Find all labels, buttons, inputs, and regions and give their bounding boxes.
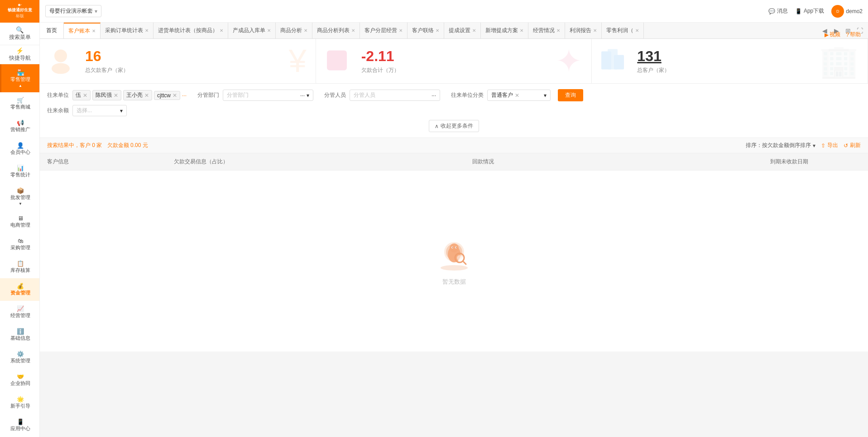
- export-button[interactable]: ⇧ 导出: [821, 142, 838, 149]
- tab-customer-account-close[interactable]: ✕: [92, 29, 96, 33]
- logo-icon: ¥ 畅: [12, 4, 28, 6]
- query-button[interactable]: 查询: [558, 89, 583, 101]
- app-download-button[interactable]: 📱 App下载: [795, 7, 824, 15]
- message-icon: 💬: [768, 8, 775, 14]
- collapse-button[interactable]: ∧ 收起更多条件: [429, 120, 479, 132]
- empty-text: 暂无数据: [442, 278, 466, 286]
- data-table: 客户信息 欠款交易信息（占比） 回款情况 到期未收款日期: [40, 153, 868, 352]
- tab-operations-status[interactable]: 经营情况 ✕: [528, 23, 565, 39]
- sidebar-item-newbie[interactable]: 🌟 新手引导: [0, 391, 39, 414]
- sidebar-item-enterprise[interactable]: 🤝 企业协同: [0, 369, 39, 391]
- tab-product-analysis[interactable]: 商品分析 ✕: [276, 23, 312, 39]
- filter-person-select[interactable]: 分管人员 ···: [350, 90, 440, 101]
- tab-product-analysis-close[interactable]: ✕: [304, 28, 307, 33]
- svg-point-14: [450, 243, 459, 252]
- tab-purchase-order-close[interactable]: ✕: [145, 28, 149, 33]
- col-customer-info: 客户信息: [47, 158, 174, 166]
- tab-profit-report[interactable]: 利润报告 ✕: [565, 23, 602, 39]
- tab-customer-contact[interactable]: 客户联络 ✕: [408, 23, 444, 39]
- filter-person-dots: ···: [432, 92, 436, 99]
- sidebar-item-search[interactable]: 🔍 搜索菜单: [0, 23, 39, 45]
- sidebar-item-appcenter[interactable]: 📱 应用中心: [0, 414, 39, 437]
- tab-add-promotion-close[interactable]: ✕: [520, 28, 523, 33]
- sidebar-item-quick[interactable]: ⚡ 快捷导航: [0, 45, 39, 64]
- results-info: 搜索结果中，客户 0 家 欠款金额 0.00 元: [47, 142, 148, 149]
- tab-retail-profit-close[interactable]: ✕: [635, 28, 639, 33]
- empty-icon: [436, 236, 472, 272]
- sidebar-item-basic[interactable]: ℹ️ 基础信息: [0, 323, 39, 346]
- tab-operations-status-close[interactable]: ✕: [556, 28, 560, 33]
- tab-inbound-stat[interactable]: 进货单统计表（按商品） ✕: [153, 23, 228, 39]
- sidebar-logo: ¥ 畅 畅捷通好生意 标版: [0, 0, 39, 23]
- stat-total-customers-label: 总客户（家）: [637, 66, 670, 74]
- filter-amount-chevron: ▾: [120, 108, 123, 114]
- results-actions: 排序：按欠款金额倒序排序 ▾ ⇧ 导出 ↺ 刷新: [746, 142, 861, 149]
- filter-tag-chen-close[interactable]: ✕: [114, 92, 118, 99]
- sidebar-item-wholesale[interactable]: 📦 批发管理 ▼: [0, 183, 39, 210]
- sidebar-item-retail[interactable]: 🏪 零售管理 ▲: [0, 64, 39, 92]
- sidebar-item-finance[interactable]: 💰 资金管理: [0, 278, 39, 301]
- filter-dept-placeholder: 分管部门: [227, 91, 249, 99]
- filter-category-label: 往来单位分类: [451, 91, 484, 99]
- sidebar-item-purchase[interactable]: 🛍 采购管理: [0, 233, 39, 256]
- tab-promotion-settings[interactable]: 提成设置 ✕: [444, 23, 481, 39]
- filter-category-chevron: ▾: [544, 92, 547, 99]
- sidebar-item-system[interactable]: ⚙️ 系统管理: [0, 346, 39, 369]
- filter-tag-wang: 王小亮 ✕: [123, 90, 152, 100]
- industry-selector[interactable]: 母婴行业演示帐套 ▾: [45, 5, 101, 17]
- tab-customer-contact-close[interactable]: ✕: [436, 28, 439, 33]
- sidebar-item-marketing[interactable]: 📢 营销推广: [0, 115, 39, 138]
- filter-tag-wang-close[interactable]: ✕: [144, 92, 149, 99]
- sidebar: ¥ 畅 畅捷通好生意 标版 🔍 搜索菜单 ⚡ 快捷导航 🏪 零售管理 ▲ 🛒 零…: [0, 0, 40, 437]
- tab-promotion-settings-close[interactable]: ✕: [472, 28, 476, 33]
- svg-point-21: [457, 255, 462, 261]
- sidebar-item-operations[interactable]: 📈 经营管理: [0, 301, 39, 323]
- tab-home[interactable]: 首页: [40, 23, 64, 39]
- filter-amount-select[interactable]: 选择... ▾: [72, 105, 127, 116]
- sort-button[interactable]: 排序：按欠款金额倒序排序 ▾: [746, 142, 815, 149]
- sort-chevron-icon: ▾: [813, 142, 815, 149]
- tab-product-analysis-list-close[interactable]: ✕: [351, 28, 355, 33]
- tab-retail-profit[interactable]: 零售利润（ ✕: [602, 23, 644, 39]
- stat-overdue-amount-info: -2.11 欠款合计（万）: [361, 48, 399, 74]
- tab-cost-inbound-close[interactable]: ✕: [267, 28, 271, 33]
- export-icon: ⇧: [821, 142, 825, 149]
- tab-add-promotion[interactable]: 新增提成方案 ✕: [481, 23, 528, 39]
- filter-tag-cjttcw-close[interactable]: ✕: [173, 92, 177, 99]
- refresh-icon: ↺: [844, 142, 848, 149]
- tab-customer-tier-close[interactable]: ✕: [399, 28, 403, 33]
- stat-card-total-customers: 131 总客户（家） 🏢: [592, 39, 868, 83]
- sidebar-item-member[interactable]: 👤 会员中心: [0, 138, 39, 160]
- svg-point-18: [456, 247, 456, 248]
- filter-tag-wu-close[interactable]: ✕: [83, 92, 87, 99]
- tab-product-analysis-list[interactable]: 商品分析列表 ✕: [312, 23, 360, 39]
- sidebar-item-retail-mall[interactable]: 🛒 零售商城: [0, 92, 39, 115]
- tab-purchase-order[interactable]: 采购订单统计表 ✕: [101, 23, 153, 39]
- refresh-button[interactable]: ↺ 刷新: [844, 142, 861, 149]
- sidebar-item-inventory[interactable]: 📋 库存核算: [0, 256, 39, 278]
- tab-inbound-stat-close[interactable]: ✕: [220, 28, 223, 33]
- tab-customer-tier[interactable]: 客户分层经营 ✕: [360, 23, 408, 39]
- filter-dept-label: 分管部门: [197, 91, 219, 99]
- collapse-row: ∧ 收起更多条件: [47, 120, 861, 132]
- table-header: 客户信息 欠款交易信息（占比） 回款情况 到期未收款日期: [40, 153, 868, 171]
- tab-cost-inbound[interactable]: 产成品入库单 ✕: [228, 23, 276, 39]
- message-button[interactable]: 💬 消息: [768, 7, 788, 15]
- filter-more-tags[interactable]: ···: [182, 92, 187, 99]
- filter-category-close[interactable]: ✕: [515, 92, 519, 99]
- tab-profit-report-close[interactable]: ✕: [593, 28, 597, 33]
- filter-category-select[interactable]: 普通客户 ✕ ▾: [487, 90, 551, 101]
- filter-person-placeholder: 分管人员: [354, 91, 375, 99]
- stat-card-overdue-customers: 16 总欠款客户（家） ¥: [40, 39, 316, 83]
- stat-overdue-amount-label: 欠款合计（万）: [361, 66, 399, 74]
- sidebar-item-retail-stat[interactable]: 📊 零售统计: [0, 160, 39, 183]
- tab-home-label: 首页: [46, 27, 57, 34]
- overdue-customers-bg-icon: [47, 47, 74, 74]
- tab-customer-account[interactable]: 客户账本 ✕: [64, 23, 101, 39]
- topbar-left: 母婴行业演示帐套 ▾: [45, 5, 101, 17]
- tabbar: 首页 客户账本 ✕ 采购订单统计表 ✕ 进货单统计表（按商品） ✕ 产成品入库单…: [40, 23, 868, 39]
- user-profile[interactable]: D demo2: [831, 5, 863, 18]
- sidebar-item-ecommerce[interactable]: 🖥 电商管理: [0, 210, 39, 233]
- chevron-down-icon: ▾: [95, 8, 97, 14]
- filter-dept-select[interactable]: 分管部门 ··· ▾: [223, 90, 313, 101]
